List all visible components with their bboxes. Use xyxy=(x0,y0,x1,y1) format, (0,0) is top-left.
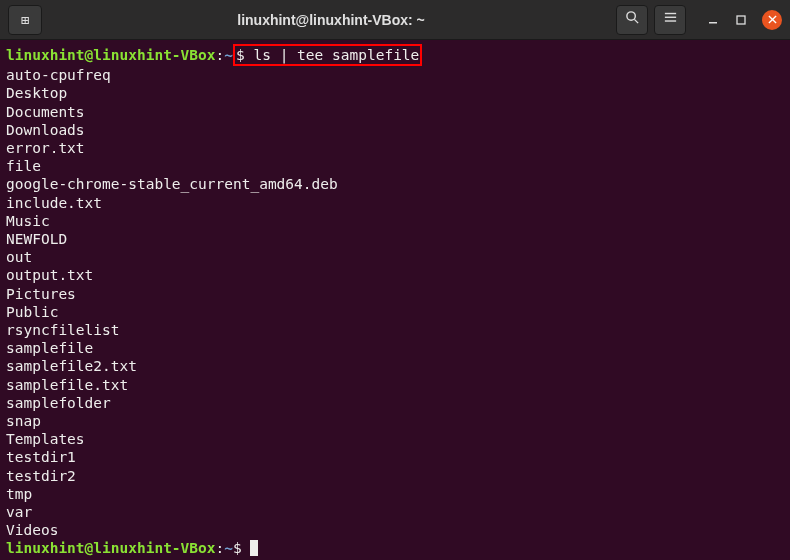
command-text: ls | tee samplefile xyxy=(253,47,419,63)
svg-point-0 xyxy=(626,12,634,20)
output-line: out xyxy=(6,248,784,266)
menu-button[interactable] xyxy=(654,5,686,35)
output-line: samplefile2.txt xyxy=(6,357,784,375)
output-line: Videos xyxy=(6,521,784,539)
prompt-path: ~ xyxy=(224,47,233,63)
terminal-area[interactable]: linuxhint@linuxhint-VBox:~$ ls | tee sam… xyxy=(0,40,790,560)
minimize-button[interactable] xyxy=(706,13,720,27)
prompt-user-host: linuxhint@linuxhint-VBox xyxy=(6,540,216,556)
output-line: auto-cpufreq xyxy=(6,66,784,84)
search-button[interactable] xyxy=(616,5,648,35)
output-line: Desktop xyxy=(6,84,784,102)
output-line: file xyxy=(6,157,784,175)
output-line: Pictures xyxy=(6,285,784,303)
svg-rect-6 xyxy=(737,16,745,24)
prompt-user-host: linuxhint@linuxhint-VBox xyxy=(6,47,216,63)
svg-rect-5 xyxy=(709,22,717,24)
window-title: linuxhint@linuxhint-VBox: ~ xyxy=(46,12,616,28)
output-line: google-chrome-stable_current_amd64.deb xyxy=(6,175,784,193)
output-line: Music xyxy=(6,212,784,230)
close-button[interactable] xyxy=(762,10,782,30)
output-line: output.txt xyxy=(6,266,784,284)
output-line: Public xyxy=(6,303,784,321)
window-controls xyxy=(706,10,782,30)
output-line: testdir2 xyxy=(6,467,784,485)
output-line: samplefile.txt xyxy=(6,376,784,394)
svg-rect-3 xyxy=(664,17,675,18)
output-line: error.txt xyxy=(6,139,784,157)
output-container: auto-cpufreqDesktopDocumentsDownloadserr… xyxy=(6,66,784,539)
svg-rect-4 xyxy=(664,20,675,21)
output-line: Downloads xyxy=(6,121,784,139)
titlebar-controls xyxy=(616,5,782,35)
prompt-colon: : xyxy=(216,47,225,63)
maximize-button[interactable] xyxy=(734,13,748,27)
prompt-line: linuxhint@linuxhint-VBox:~$ xyxy=(6,539,784,557)
prompt-symbol: $ xyxy=(233,540,242,556)
output-line: NEWFOLD xyxy=(6,230,784,248)
new-tab-button[interactable]: ⊞ xyxy=(8,5,42,35)
new-tab-icon: ⊞ xyxy=(21,12,29,28)
output-line: include.txt xyxy=(6,194,784,212)
output-line: Documents xyxy=(6,103,784,121)
output-line: rsyncfilelist xyxy=(6,321,784,339)
prompt-colon: : xyxy=(216,540,225,556)
hamburger-icon xyxy=(663,10,678,29)
command-line: linuxhint@linuxhint-VBox:~$ ls | tee sam… xyxy=(6,44,784,66)
output-line: samplefile xyxy=(6,339,784,357)
cursor xyxy=(250,540,258,556)
window-titlebar: ⊞ linuxhint@linuxhint-VBox: ~ xyxy=(0,0,790,40)
output-line: tmp xyxy=(6,485,784,503)
search-icon xyxy=(625,10,640,29)
output-line: samplefolder xyxy=(6,394,784,412)
output-line: var xyxy=(6,503,784,521)
output-line: testdir1 xyxy=(6,448,784,466)
output-line: snap xyxy=(6,412,784,430)
output-line: Templates xyxy=(6,430,784,448)
prompt-path: ~ xyxy=(224,540,233,556)
prompt-symbol: $ xyxy=(236,47,245,63)
svg-rect-2 xyxy=(664,13,675,14)
svg-line-1 xyxy=(634,19,638,23)
highlighted-command: $ ls | tee samplefile xyxy=(233,44,422,66)
